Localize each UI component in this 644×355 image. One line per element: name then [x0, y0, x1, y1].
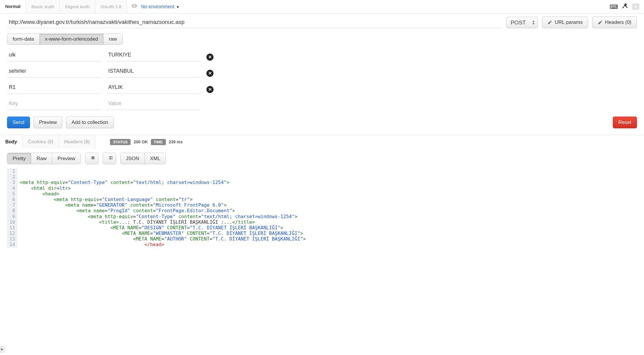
view-mode-preview[interactable]: Preview: [52, 153, 80, 164]
response-code: 1234567891011121314 <meta http-equiv="Co…: [0, 167, 644, 248]
remove-param-button[interactable]: ✕: [206, 70, 213, 77]
param-row: ✕: [7, 65, 637, 81]
param-key-input[interactable]: [7, 65, 101, 78]
copy-tool: [85, 153, 99, 164]
param-row: ✕: [7, 81, 637, 97]
svg-point-0: [134, 5, 135, 6]
wrap-button[interactable]: [103, 153, 116, 164]
environment-area: No environment ▼: [127, 3, 184, 11]
view-mode-tabs: PrettyRawPreview: [7, 153, 81, 164]
svg-rect-2: [92, 157, 94, 158]
param-key-input-empty[interactable]: [7, 97, 101, 110]
headers-label: Headers (0): [605, 19, 631, 25]
param-value-input[interactable]: [106, 81, 201, 94]
tools-icon[interactable]: [622, 3, 628, 10]
body-type-form-data[interactable]: form-data: [7, 34, 40, 44]
method-select-wrap: POST ▲▼: [506, 17, 538, 28]
param-value-input-empty[interactable]: [106, 97, 201, 110]
caret-down-icon: ▼: [176, 5, 180, 9]
time-value: 239 ms: [169, 140, 183, 144]
wrap-tool: [103, 153, 116, 164]
response-tab-body[interactable]: Body: [0, 135, 23, 149]
param-key-input[interactable]: [7, 81, 101, 94]
param-row-empty: [7, 97, 637, 114]
reset-button[interactable]: Reset: [613, 117, 637, 128]
actions-row: Send Preview Add to collection Reset: [7, 117, 637, 128]
response-tabs: Body Cookies (6) Headers (8): [0, 135, 95, 149]
body-type-x-www-form-urlencoded[interactable]: x-www-form-urlencoded: [40, 34, 104, 44]
close-icon: ✕: [208, 71, 212, 76]
eye-icon[interactable]: [131, 3, 138, 11]
top-bar: NormalBasic AuthDigest AuthOAuth 1.0 No …: [0, 0, 644, 14]
environment-selector[interactable]: No environment ▼: [141, 4, 180, 9]
status-value: 200 OK: [134, 140, 148, 144]
close-icon: ✕: [208, 87, 212, 92]
auth-tab-normal[interactable]: Normal: [0, 0, 26, 13]
auth-tab-basic-auth[interactable]: Basic Auth: [26, 0, 60, 13]
send-button[interactable]: Send: [7, 117, 30, 128]
code-content[interactable]: <meta http-equiv="Content-Type" content=…: [17, 168, 306, 248]
view-mode-raw[interactable]: Raw: [31, 153, 52, 164]
url-params-label: URL params: [555, 19, 583, 25]
body-type-tabs: form-datax-www-form-urlencodedraw: [7, 34, 123, 45]
param-value-input[interactable]: [106, 49, 201, 62]
edit-icon: [598, 20, 603, 25]
close-icon: ✕: [208, 54, 212, 60]
auth-tab-digest-auth[interactable]: Digest Auth: [60, 0, 95, 13]
response-bar: Body Cookies (6) Headers (8) STATUS 200 …: [0, 135, 644, 149]
auth-tab-oauth-1-0[interactable]: OAuth 1.0: [95, 0, 127, 13]
response-tab-headers[interactable]: Headers (8): [59, 135, 95, 149]
remove-param-button[interactable]: ✕: [206, 54, 213, 61]
param-row: ✕: [7, 49, 637, 65]
format-tabs: JSONXML: [120, 153, 166, 164]
copy-icon: [91, 155, 95, 160]
history-count-badge[interactable]: 0: [632, 4, 639, 10]
response-tools: PrettyRawPreview JSONXML: [0, 149, 644, 167]
form-params: ✕✕✕: [7, 49, 637, 97]
param-key-input[interactable]: [7, 49, 101, 62]
url-params-button[interactable]: URL params: [542, 16, 588, 28]
keyboard-icon[interactable]: ⌨: [610, 3, 618, 10]
param-value-input[interactable]: [106, 65, 201, 78]
line-gutter: 1234567891011121314: [7, 168, 17, 248]
time-label: TIME: [151, 139, 166, 145]
view-mode-pretty[interactable]: Pretty: [7, 153, 31, 164]
preview-button[interactable]: Preview: [34, 117, 62, 128]
copy-button[interactable]: [85, 153, 98, 164]
url-input[interactable]: [7, 16, 502, 28]
response-tab-cookies[interactable]: Cookies (6): [23, 135, 59, 149]
wrap-icon: [108, 155, 114, 160]
url-row: POST ▲▼ URL params Headers (0): [7, 16, 637, 28]
edit-icon: [548, 20, 552, 25]
add-to-collection-button[interactable]: Add to collection: [66, 117, 114, 128]
remove-param-button[interactable]: ✕: [206, 86, 213, 93]
http-method-select[interactable]: POST: [506, 17, 538, 28]
auth-tabs: NormalBasic AuthDigest AuthOAuth 1.0: [0, 0, 127, 13]
format-xml[interactable]: XML: [145, 153, 166, 164]
headers-button[interactable]: Headers (0): [592, 16, 637, 28]
request-builder: POST ▲▼ URL params Headers (0) form-data…: [0, 14, 644, 128]
environment-label: No environment: [141, 4, 174, 9]
top-actions: ⌨ 0: [610, 3, 644, 10]
response-stats: STATUS 200 OK TIME 239 ms: [110, 139, 183, 145]
body-type-raw[interactable]: raw: [104, 34, 122, 44]
format-json[interactable]: JSON: [121, 153, 145, 164]
status-label: STATUS: [110, 139, 131, 145]
